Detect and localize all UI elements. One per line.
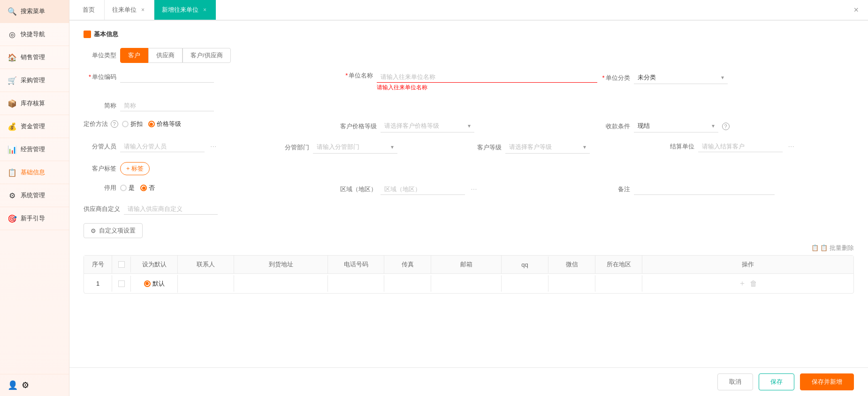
cell-fax[interactable] (384, 275, 431, 292)
customer-price-level-label: 客户价格等级 (340, 122, 377, 131)
disable-region-row: 停用 是 否 区域（地区） ··· (84, 184, 854, 195)
region-table-input[interactable] (599, 280, 638, 287)
sidebar-item-base[interactable]: 📋 基础信息 (0, 161, 69, 184)
region-more-btn[interactable]: ··· (471, 185, 477, 194)
supplier-custom-group: 供应商自定义 (84, 203, 854, 215)
sidebar-item-system[interactable]: ⚙ 系统管理 (0, 184, 69, 207)
settlement-more-btn[interactable]: ··· (788, 142, 794, 151)
sidebar-item-label: 经营管理 (21, 145, 45, 154)
tabbar-close-btn[interactable]: × (848, 5, 864, 15)
tab-partner-close[interactable]: × (139, 6, 146, 14)
sidebar-item-newbie[interactable]: 🎯 新手引导 (0, 207, 69, 230)
manager-group: 分管人员 ··· (84, 141, 276, 152)
sidebar-item-label: 销售管理 (21, 53, 45, 62)
row-checkbox[interactable] (118, 280, 125, 287)
custom-settings-btn[interactable]: ⚙ 自定义项设置 (84, 223, 143, 238)
batch-delete-btn[interactable]: 📋 📋 批量删除 (84, 244, 854, 252)
department-group: 分管部门 请输入分管部门 ▾ (276, 141, 469, 154)
disable-group: 停用 是 否 (84, 184, 340, 192)
sidebar-item-label: 资金管理 (21, 122, 45, 131)
unit-name-input[interactable] (377, 71, 597, 83)
th-address: 到货地址 (234, 256, 328, 273)
default-radio[interactable]: 默认 (144, 280, 165, 288)
base-icon: 📋 (8, 168, 17, 177)
supplier-custom-input[interactable] (124, 203, 218, 215)
unit-category-select[interactable]: 未分类 ▾ (634, 71, 728, 84)
wechat-input[interactable] (552, 280, 591, 287)
disable-radio-yes[interactable]: 是 (120, 184, 135, 192)
payment-terms-select[interactable]: 现结 ▾ (634, 120, 718, 132)
fax-input[interactable] (388, 280, 427, 287)
phone-input[interactable] (332, 280, 380, 287)
department-select[interactable]: 请输入分管部门 ▾ (313, 141, 397, 154)
unit-category-label: *单位分类 (597, 74, 630, 82)
tab-partner[interactable]: 往来单位 × (105, 0, 154, 20)
pricing-row: 定价方法 ? 折扣 价格等级 客户价格等级 (84, 120, 854, 132)
customer-level-label: 客户等级 (469, 143, 502, 152)
tab-new-partner[interactable]: 新增往来单位 × (154, 0, 216, 20)
tab-new-partner-close[interactable]: × (201, 6, 208, 14)
settlement-input[interactable] (698, 141, 783, 152)
unit-type-supplier-btn[interactable]: 供应商 (148, 48, 183, 63)
tab-home[interactable]: 首页 (73, 0, 105, 20)
short-name-input[interactable] (120, 100, 214, 111)
save-button[interactable]: 保存 (759, 373, 794, 390)
save-new-button[interactable]: 保存并新增 (800, 373, 854, 390)
pricing-help-icon[interactable]: ? (111, 120, 118, 128)
sidebar-item-quicknav[interactable]: ◎ 快捷导航 (0, 23, 69, 46)
pricing-radio-discount[interactable]: 折扣 (122, 120, 143, 128)
payment-help-icon[interactable]: ? (722, 123, 730, 130)
pricing-radio-level[interactable]: 价格等级 (148, 120, 181, 128)
pricing-method-group: 定价方法 ? 折扣 价格等级 (84, 120, 340, 128)
settlement-group: 结算单位 ··· (662, 141, 854, 152)
unit-type-row: 单位类型 客户 供应商 客户/供应商 (84, 48, 854, 63)
section-title: 基本信息 (84, 30, 854, 39)
unit-code-input[interactable]: 000009 (120, 71, 214, 83)
customer-price-level-select[interactable]: 请选择客户价格等级 ▾ (381, 120, 474, 132)
address-input[interactable] (238, 280, 324, 287)
sidebar-item-inventory[interactable]: 📦 库存核算 (0, 92, 69, 115)
header-checkbox[interactable] (118, 261, 125, 268)
cell-contact[interactable] (178, 275, 234, 292)
th-region: 所在地区 (595, 256, 642, 273)
remark-input[interactable] (634, 184, 775, 195)
sales-icon: 🏠 (8, 53, 17, 62)
disable-radio-no[interactable]: 否 (140, 184, 155, 192)
cell-email[interactable] (431, 275, 502, 292)
delete-row-btn[interactable]: 🗑 (750, 280, 757, 288)
add-row-btn[interactable]: ＋ (739, 279, 746, 288)
add-tag-btn[interactable]: + 标签 (120, 162, 150, 175)
customer-level-select[interactable]: 请选择客户等级 ▾ (505, 141, 590, 154)
unit-type-buttons: 客户 供应商 客户/供应商 (120, 48, 231, 63)
sidebar-item-finance[interactable]: 💰 资金管理 (0, 115, 69, 138)
qq-input[interactable] (505, 280, 544, 287)
cell-region[interactable] (595, 275, 642, 292)
supplier-custom-row: 供应商自定义 (84, 203, 854, 215)
contact-input[interactable] (182, 280, 230, 287)
code-name-category-row: *单位编码 000009 *单位名称 请输入往来单位名称 *单位分类 (84, 71, 854, 92)
manager-more-btn[interactable]: ··· (210, 142, 216, 151)
cancel-button[interactable]: 取消 (717, 373, 753, 390)
radio-level-circle (148, 121, 155, 127)
th-default: 设为默认 (131, 256, 178, 273)
sidebar-item-sales[interactable]: 🏠 销售管理 (0, 46, 69, 69)
sidebar-item-operations[interactable]: 📊 经营管理 (0, 138, 69, 161)
region-input[interactable] (381, 184, 465, 195)
settings-icon[interactable]: ⚙ (22, 380, 29, 390)
th-seq: 序号 (84, 256, 112, 273)
unit-type-both-btn[interactable]: 客户/供应商 (183, 48, 231, 63)
cell-address[interactable] (234, 275, 328, 292)
newbie-icon: 🎯 (8, 214, 17, 223)
email-input[interactable] (435, 280, 497, 287)
supplier-custom-label: 供应商自定义 (84, 205, 120, 213)
unit-type-customer-btn[interactable]: 客户 (120, 48, 148, 63)
radio-no-circle (140, 185, 147, 191)
th-fax: 传真 (384, 256, 431, 273)
cell-qq[interactable] (502, 275, 548, 292)
sidebar-item-search[interactable]: 🔍 搜索菜单 (0, 0, 69, 23)
cell-wechat[interactable] (548, 275, 595, 292)
cell-phone[interactable] (328, 275, 384, 292)
manager-input[interactable] (120, 141, 205, 152)
th-email: 邮箱 (431, 256, 502, 273)
sidebar-item-purchase[interactable]: 🛒 采购管理 (0, 69, 69, 92)
